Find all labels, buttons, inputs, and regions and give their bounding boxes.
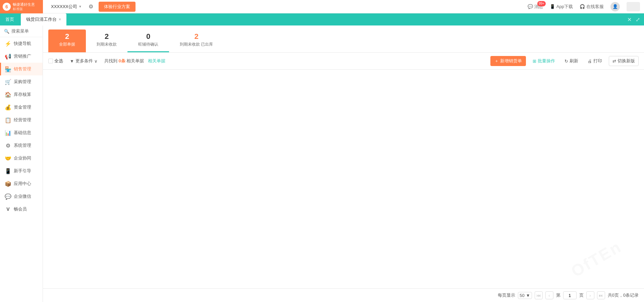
member-icon: V bbox=[5, 206, 11, 212]
batch-icon: ⊞ bbox=[533, 59, 536, 64]
avatar[interactable]: 👤 bbox=[610, 2, 620, 11]
checkbox-icon bbox=[48, 59, 53, 63]
cooperation-icon: 🤝 bbox=[5, 155, 11, 161]
company-selector[interactable]: XXXXXX公司 ▼ bbox=[48, 2, 85, 11]
select-all-checkbox[interactable]: 全选 bbox=[48, 58, 63, 64]
page-suffix-label: 页 bbox=[579, 292, 584, 298]
prev-page-button[interactable]: ‹ bbox=[545, 291, 553, 299]
pagination: 每页显示 50 ▼ ⏮ ‹ 第 页 › ⏭ 共0页，0条记录 bbox=[43, 288, 644, 302]
guide-icon: 📱 bbox=[5, 168, 11, 174]
stat-overdue-number: 2 bbox=[105, 32, 109, 41]
message-badge: 99+ bbox=[537, 1, 546, 6]
sidebar-item-marketing[interactable]: 📢 营销推广 bbox=[0, 50, 43, 63]
wechat-icon: 💬 bbox=[5, 193, 11, 199]
filter-icon: ▼ bbox=[70, 59, 74, 64]
user-extra[interactable] bbox=[627, 2, 640, 11]
message-icon: 💬 bbox=[528, 4, 533, 9]
sidebar-item-member[interactable]: V 畅会员 bbox=[0, 203, 43, 216]
system-icon: ⚙ bbox=[5, 142, 11, 148]
table-area: OfTEn bbox=[43, 70, 644, 288]
marketing-icon: 📢 bbox=[5, 53, 11, 59]
filter-label: 更多条件 bbox=[75, 58, 93, 64]
quick-nav-icon: ⚡ bbox=[5, 41, 11, 47]
related-orders-link[interactable]: 相关单据 bbox=[148, 58, 165, 64]
stat-overdue-out-number: 2 bbox=[195, 32, 199, 41]
print-icon: 🖨 bbox=[588, 59, 592, 64]
tab-bar: 首页 钱货日清工作台 × ✕ ⤢ bbox=[0, 13, 644, 25]
stats-tabs: 2 全部单据 2 到期未收款 0 旺辅待确认 2 到期未收款 已出库 bbox=[43, 25, 644, 53]
headset-icon: 🎧 bbox=[580, 4, 585, 9]
sidebar-item-cooperation[interactable]: 🤝 企业协同 bbox=[0, 152, 43, 165]
tab-label: 钱货日清工作台 bbox=[26, 16, 57, 22]
user-icon: 👤 bbox=[612, 4, 618, 9]
message-button[interactable]: 💬 消息 99+ bbox=[528, 4, 543, 10]
sidebar-item-finance[interactable]: 💰 资金管理 bbox=[0, 101, 43, 114]
search-icon: 🔍 bbox=[4, 29, 9, 34]
inventory-icon: 🏠 bbox=[5, 92, 11, 98]
last-page-button[interactable]: ⏭ bbox=[597, 291, 605, 299]
stat-tab-overdue-out[interactable]: 2 到期未收款 已出库 bbox=[169, 29, 224, 52]
print-button[interactable]: 🖨 打印 bbox=[585, 57, 605, 65]
add-sales-order-button[interactable]: ＋ 新增销货单 bbox=[490, 56, 526, 66]
per-page-select[interactable]: 50 ▼ bbox=[518, 292, 532, 299]
sidebar-item-guide[interactable]: 📱 新手引导 bbox=[0, 165, 43, 177]
online-service-button[interactable]: 🎧 在线客服 bbox=[580, 4, 604, 10]
stat-overdue-label: 到期未收款 bbox=[97, 42, 117, 47]
app-download-button[interactable]: 📱 App下载 bbox=[550, 4, 573, 10]
page-input[interactable] bbox=[563, 291, 577, 299]
tab-close-icon[interactable]: × bbox=[59, 17, 61, 22]
sidebar: 🔍 搜索菜单 ⚡ 快捷导航 📢 营销推广 🏪 销售管理 🛒 采购管理 🏠 库存核… bbox=[0, 25, 43, 302]
trial-button[interactable]: 体验行业方案 bbox=[99, 2, 136, 12]
company-dropdown-icon: ▼ bbox=[78, 5, 82, 8]
sidebar-item-app-center[interactable]: 📦 应用中心 bbox=[0, 177, 43, 190]
plus-icon: ＋ bbox=[494, 58, 499, 64]
sidebar-item-sales[interactable]: 🏪 销售管理 bbox=[0, 63, 43, 75]
tab-close-all-icon[interactable]: ✕ bbox=[626, 15, 633, 24]
total-info: 共0页，0条记录 bbox=[608, 292, 639, 298]
sidebar-item-purchase[interactable]: 🛒 采购管理 bbox=[0, 75, 43, 88]
stat-overdue-out-label: 到期未收款 已出库 bbox=[180, 42, 213, 47]
stat-all-label: 全部单据 bbox=[59, 42, 75, 47]
sidebar-item-system[interactable]: ⚙ 系统管理 bbox=[0, 139, 43, 152]
stat-tab-wangwang[interactable]: 0 旺辅待确认 bbox=[127, 29, 169, 52]
next-page-button[interactable]: › bbox=[586, 291, 594, 299]
stat-tab-overdue[interactable]: 2 到期未收款 bbox=[86, 29, 127, 52]
tab-active[interactable]: 钱货日清工作台 × bbox=[21, 13, 66, 25]
company-name: XXXXXX公司 bbox=[51, 4, 77, 10]
refresh-icon: ↻ bbox=[565, 59, 568, 64]
refresh-button[interactable]: ↻ 刷新 bbox=[562, 57, 581, 65]
sidebar-search[interactable]: 🔍 搜索菜单 bbox=[0, 25, 43, 37]
tab-expand-icon[interactable]: ⤢ bbox=[634, 15, 641, 24]
stat-tab-all[interactable]: 2 全部单据 bbox=[48, 29, 86, 52]
app-download-icon: 📱 bbox=[550, 4, 555, 9]
batch-operation-button[interactable]: ⊞ 批量操作 bbox=[530, 57, 558, 65]
watermark: OfTEn bbox=[568, 237, 625, 281]
purchase-icon: 🛒 bbox=[5, 79, 11, 85]
sidebar-item-wechat[interactable]: 💬 企业微信 bbox=[0, 190, 43, 203]
sidebar-item-basic-info[interactable]: 📊 基础信息 bbox=[0, 126, 43, 139]
switch-icon: ⇄ bbox=[612, 59, 616, 64]
finance-icon: 💰 bbox=[5, 104, 11, 110]
sidebar-item-quick-nav[interactable]: ⚡ 快捷导航 bbox=[0, 37, 43, 50]
basic-info-icon: 📊 bbox=[5, 130, 11, 136]
stat-all-number: 2 bbox=[65, 32, 69, 41]
per-page-label: 每页显示 bbox=[498, 292, 515, 298]
tab-home[interactable]: 首页 bbox=[0, 13, 19, 25]
per-page-dropdown-icon: ▼ bbox=[526, 293, 530, 298]
toolbar: 全选 ▼ 更多条件 ∨ 共找到 0条 相关单据 相关单据 ＋ 新增销货单 bbox=[43, 53, 644, 70]
select-all-label: 全选 bbox=[54, 58, 63, 64]
logo-text: 畅捷通好生意 标准版 bbox=[13, 2, 35, 11]
sidebar-item-operations[interactable]: 📋 经营管理 bbox=[0, 114, 43, 126]
logo[interactable]: 6 畅捷通好生意 标准版 bbox=[0, 0, 43, 13]
page-label: 第 bbox=[556, 292, 560, 298]
operations-icon: 📋 bbox=[5, 117, 11, 123]
settings-button[interactable]: ⚙ bbox=[87, 2, 95, 11]
sales-icon: 🏪 bbox=[5, 66, 11, 72]
switch-version-button[interactable]: ⇄ 切换新版 bbox=[609, 56, 639, 66]
chevron-down-icon: ∨ bbox=[94, 59, 98, 64]
logo-icon: 6 bbox=[3, 3, 11, 11]
sidebar-item-inventory[interactable]: 🏠 库存核算 bbox=[0, 88, 43, 101]
first-page-button[interactable]: ⏮ bbox=[535, 291, 543, 299]
app-center-icon: 📦 bbox=[5, 181, 11, 187]
filter-button[interactable]: ▼ 更多条件 ∨ bbox=[67, 57, 100, 65]
